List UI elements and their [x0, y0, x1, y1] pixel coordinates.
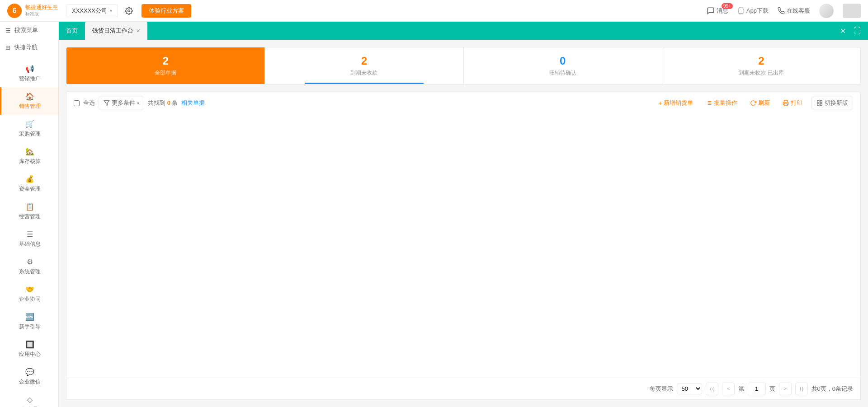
basic-icon: ☰ — [25, 229, 34, 239]
new-btn-label: 新增销货单 — [664, 99, 693, 107]
stat-card-pending[interactable]: 0 旺辅待确认 — [464, 47, 662, 84]
company-name: XXXXXX公司 — [72, 7, 107, 15]
stat-label-overdue: 到期未收款 — [350, 69, 377, 77]
per-page-select[interactable]: 50 100 200 — [677, 383, 702, 394]
tab-home[interactable]: 首页 — [59, 22, 85, 40]
print-icon — [783, 100, 789, 106]
stat-number-overdue-out: 2 — [758, 55, 764, 67]
select-all-checkbox[interactable] — [74, 100, 80, 106]
avatar[interactable] — [819, 4, 834, 18]
user-name-area[interactable] — [843, 4, 861, 18]
switch-btn-label: 切换新版 — [825, 99, 848, 107]
sidebar-item-system[interactable]: ⚙ 系统管理 — [0, 253, 58, 280]
marketing-icon: 📢 — [25, 64, 34, 73]
search-icon: ☰ — [5, 27, 11, 34]
sidebar-item-member[interactable]: ◇ 畅会员 — [0, 390, 58, 407]
chevron-down-filter-icon: ▾ — [137, 101, 139, 106]
guide-icon: 🆕 — [25, 312, 34, 321]
stat-label-overdue-out: 到期未收款 已出库 — [739, 69, 783, 77]
batch-icon — [706, 100, 712, 106]
stat-label-pending: 旺辅待确认 — [549, 69, 576, 77]
trial-button[interactable]: 体验行业方案 — [142, 4, 191, 18]
per-page-label: 每页显示 — [650, 385, 673, 393]
sidebar-label-marketing: 营销推广 — [19, 75, 41, 83]
tab-close-icon[interactable]: ✕ — [136, 28, 140, 34]
more-filters-label: 更多条件 — [112, 99, 135, 107]
table-area — [66, 114, 861, 378]
switch-version-button[interactable]: 切换新版 — [811, 97, 853, 109]
message-button[interactable]: 消息 99+ — [707, 7, 728, 15]
quick-nav-item[interactable]: ⊞ 快捷导航 — [0, 39, 58, 56]
batch-btn-label: 批量操作 — [714, 99, 737, 107]
sidebar-item-marketing[interactable]: 📢 营销推广 — [0, 60, 58, 87]
app-download-button[interactable]: App下载 — [737, 7, 769, 15]
main-layout: ☰ 搜索菜单 ⊞ 快捷导航 📢 营销推广 🏠 销售管理 🛒 采购管理 🏡 库存核… — [0, 22, 868, 407]
print-button[interactable]: 打印 — [779, 97, 806, 109]
sidebar-item-inventory[interactable]: 🏡 库存核算 — [0, 142, 58, 170]
online-service-button[interactable]: 在线客服 — [778, 7, 810, 15]
sidebar-label-system: 系统管理 — [19, 268, 41, 276]
tab-bar: 首页 钱货日清工作台 ✕ ✕ ⛶ — [59, 22, 868, 40]
online-service-label: 在线客服 — [787, 7, 810, 15]
sidebar-item-guide[interactable]: 🆕 新手引导 — [0, 308, 58, 335]
sidebar-item-sales[interactable]: 🏠 销售管理 — [0, 87, 58, 115]
refresh-button[interactable]: 刷新 — [746, 97, 774, 109]
sidebar-item-wechat[interactable]: 💬 企业微信 — [0, 363, 58, 390]
sidebar-label-inventory: 库存核算 — [19, 158, 41, 165]
refresh-icon — [750, 100, 756, 106]
sidebar-label-guide: 新手引导 — [19, 323, 41, 331]
stat-number-pending: 0 — [560, 55, 566, 67]
sidebar-item-corp[interactable]: 🤝 企业协同 — [0, 280, 58, 308]
stat-card-all[interactable]: 2 全部单据 — [66, 47, 265, 84]
last-page-button[interactable]: ⟩⟩ — [795, 383, 808, 395]
total-records-text: 共0页，0条记录 — [811, 385, 853, 393]
member-icon: ◇ — [25, 395, 34, 404]
print-label: 打印 — [791, 99, 802, 107]
new-sales-order-button[interactable]: + 新增销货单 — [655, 97, 697, 109]
svg-rect-10 — [784, 103, 788, 106]
svg-rect-12 — [820, 101, 822, 103]
tab-work-bench[interactable]: 钱货日清工作台 ✕ — [85, 22, 147, 40]
page-number-input[interactable] — [748, 383, 766, 395]
batch-operations-button[interactable]: 批量操作 — [702, 97, 741, 109]
settings-button[interactable] — [122, 4, 136, 18]
svg-rect-1 — [739, 8, 743, 14]
tab-minimize-button[interactable]: ✕ — [837, 25, 848, 36]
page-content: 2 全部单据 2 到期未收款 0 旺辅待确认 2 到期未收款 已出库 — [59, 40, 868, 407]
logo-area: 6 畅捷通好生意 标准版 — [7, 4, 66, 18]
sidebar-item-purchase[interactable]: 🛒 采购管理 — [0, 115, 58, 142]
next-page-button[interactable]: ＞ — [779, 383, 792, 395]
toolbar-left: 全选 更多条件 ▾ 共找到 0 条 相关单据 — [74, 97, 205, 109]
tab-maximize-button[interactable]: ⛶ — [852, 25, 863, 36]
plus-icon: + — [658, 100, 662, 107]
sales-icon: 🏠 — [25, 92, 34, 101]
content-area: 首页 钱货日清工作台 ✕ ✕ ⛶ 2 全部单据 2 到期未收款 — [59, 22, 868, 407]
related-link[interactable]: 相关单据 — [181, 99, 205, 107]
refresh-label: 刷新 — [758, 99, 770, 107]
toolbar: 全选 更多条件 ▾ 共找到 0 条 相关单据 — [66, 92, 861, 114]
sidebar: ☰ 搜索菜单 ⊞ 快捷导航 📢 营销推广 🏠 销售管理 🛒 采购管理 🏡 库存核… — [0, 22, 59, 407]
search-menu-item[interactable]: ☰ 搜索菜单 — [0, 22, 58, 39]
sidebar-item-basic[interactable]: ☰ 基础信息 — [0, 225, 58, 253]
select-all-label: 全选 — [83, 99, 95, 107]
sidebar-label-wechat: 企业微信 — [19, 378, 41, 386]
logo-sub: 标准版 — [25, 11, 58, 17]
logo-text: 畅捷通好生意 — [25, 4, 58, 11]
search-menu-label: 搜索菜单 — [14, 26, 38, 34]
sidebar-item-app[interactable]: 🔲 应用中心 — [0, 335, 58, 363]
pagination-bar: 每页显示 50 100 200 ⟨⟨ ＜ 第 页 ＞ ⟩⟩ 共0页，0条记录 — [66, 378, 861, 400]
chevron-down-icon: ▾ — [110, 8, 112, 13]
svg-rect-13 — [820, 103, 822, 105]
stat-card-overdue-out[interactable]: 2 到期未收款 已出库 — [662, 47, 860, 84]
finance-icon: 💰 — [25, 174, 34, 183]
prev-page-button[interactable]: ＜ — [722, 383, 735, 395]
toolbar-right: + 新增销货单 批量操作 刷新 — [655, 97, 853, 109]
sidebar-item-operation[interactable]: 📋 经营管理 — [0, 197, 58, 225]
message-badge: 99+ — [722, 3, 733, 9]
sidebar-item-finance[interactable]: 💰 资金管理 — [0, 170, 58, 197]
sidebar-label-operation: 经营管理 — [19, 213, 41, 220]
first-page-button[interactable]: ⟨⟨ — [706, 383, 718, 395]
more-filters-button[interactable]: 更多条件 ▾ — [99, 97, 144, 109]
stat-card-overdue[interactable]: 2 到期未收款 — [265, 47, 463, 84]
company-selector[interactable]: XXXXXX公司 ▾ — [66, 5, 118, 17]
